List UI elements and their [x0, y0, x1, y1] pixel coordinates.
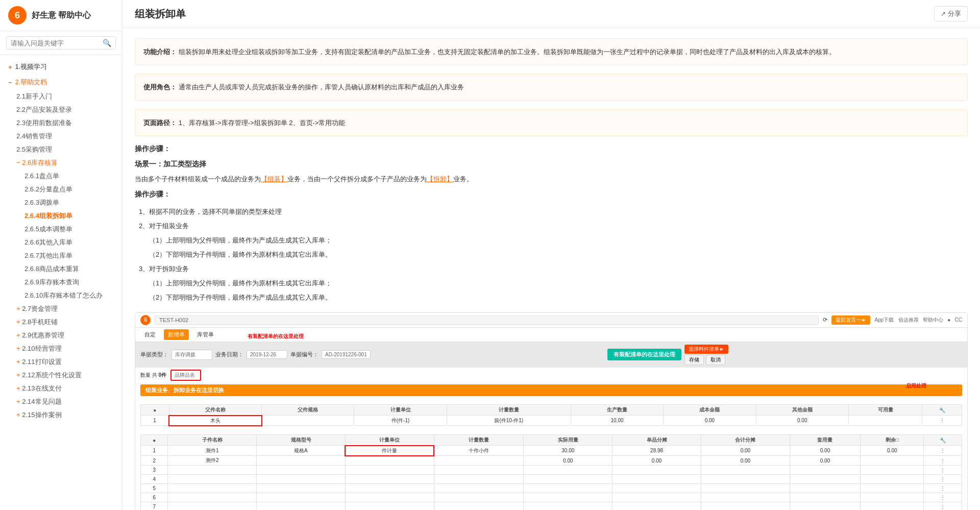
sidebar-item-2-6-5[interactable]: 2.6.5成本调整单	[0, 223, 122, 236]
sidebar-item-2-11[interactable]: + 2.11打印设置	[0, 355, 122, 369]
sidebar-item-2-5[interactable]: 2.5采购管理	[0, 143, 122, 156]
mock-lower-row-5: 5⋮	[141, 484, 962, 493]
mock-lth-2: 规格型号	[257, 434, 346, 446]
mock-lower-cell-1-set: 0.00	[790, 446, 860, 456]
step3-sub2: （2）下部明细为子件明细，最终作为产成品生成其它入库单。	[139, 291, 968, 304]
sidebar-item-2-3[interactable]: 2.3使用前数据准备	[0, 116, 122, 130]
sidebar-item-2-7[interactable]: + 2.7资金管理	[0, 302, 122, 315]
sidebar: 6 好生意 帮助中心 🔍 + 1.视频学习 − 2.帮助文档 2.1新手入门 2…	[0, 0, 122, 510]
mock-upper-cell-action[interactable]: ⋮	[922, 416, 962, 426]
mock-lth-3: 计量单位	[345, 434, 434, 446]
mock-save-btn[interactable]: 存储	[684, 355, 704, 365]
mock-lth-0: ●	[141, 434, 168, 446]
sidebar-item-2-6-7[interactable]: 2.6.7其他出库单	[0, 249, 122, 262]
mock-date-field[interactable]: 2019-12-26	[247, 350, 287, 359]
mock-refresh-icon: ⟳	[823, 317, 827, 323]
mock-home-btn[interactable]: 返回首页一►	[831, 315, 870, 325]
mock-upper-cell-spec	[262, 416, 354, 426]
role-box: 使用角色： 通常由生产人员或库管人员完成折装业务的操作，库管人员确认原材料的出库…	[135, 74, 968, 101]
sidebar-item-2-6-1[interactable]: 2.6.1盘点单	[0, 169, 122, 183]
ops-steps-title: 操作步骤：	[135, 190, 968, 199]
sidebar-item-2-6-2[interactable]: 2.6.2分量盘点单	[0, 183, 122, 196]
path-box: 页面路径： 1、库存核算->库存管理->组装拆卸单 2、首页->常用功能	[135, 109, 968, 136]
mock-logo-icon: 6	[140, 315, 151, 325]
mock-date-label: 业务日期：	[215, 351, 243, 358]
sidebar-item-2-6-3[interactable]: 2.6.3调拨单	[0, 196, 122, 209]
expand-icon-1: +	[8, 63, 12, 71]
sidebar-item-2-13[interactable]: + 2.13在线支付	[0, 382, 122, 395]
steps-list: 1、根据不同的业务，选择不同单据的类型来处理 2、对于组装业务 （1）上部明细为…	[135, 205, 968, 304]
mock-lth-5: 实际用量	[524, 434, 612, 446]
mock-lower-cell-1-actual: 30.00	[524, 446, 612, 456]
mock-orange-banner: 组装业务、拆卸业务在这里切换	[140, 384, 962, 396]
mock-lower-row-3: 3⋮	[141, 466, 962, 475]
mock-upper-table: ● 父件名称 父件规格 计量单位 计量数量 生产数量 成本金额 其他金额 可用量…	[140, 404, 962, 426]
mock-cancel-btn[interactable]: 取消	[706, 355, 725, 365]
mock-select-btn[interactable]: 选择料件清单►	[684, 345, 728, 354]
main-content: 组装拆卸单 ↗ 分享 功能介绍： 组装拆卸单用来处理企业组装或拆卸等加工业务，支…	[122, 0, 980, 510]
mock-lower-cell-1-qty: 十件小件	[434, 446, 524, 456]
intro-text: 组装拆卸单用来处理企业组装或拆卸等加工业务，支持有固定装配清单的产品加工业务，也…	[179, 48, 836, 56]
mock-type-field[interactable]: 库存调拨	[172, 350, 212, 360]
mock-lth-1: 子件名称	[168, 434, 257, 446]
scenario1-title: 场景一：加工类型选择	[135, 160, 968, 169]
mock-lth-7: 合计分摊	[701, 434, 790, 446]
sidebar-item-2-6-6[interactable]: 2.6.6其他入库单	[0, 236, 122, 249]
sidebar-item-2-12[interactable]: + 2.12系统个性化设置	[0, 369, 122, 382]
mock-th-6: 生产数量	[571, 404, 663, 416]
search-box[interactable]: 🔍	[6, 36, 116, 50]
mock-lower-row-2: 2 测件2 0.000.000.000.00⋮	[141, 456, 962, 466]
mock-qty-row: 数量 共 0件 品牌品名	[135, 368, 967, 383]
sidebar-item-2-8[interactable]: + 2.8手机旺铺	[0, 315, 122, 329]
path-label: 页面路径：	[143, 119, 177, 127]
sidebar-item-2-2[interactable]: 2.2产品安装及登录	[0, 103, 122, 116]
mock-number-field[interactable]: AD-20191226-001	[322, 350, 371, 359]
sidebar-item-2-9[interactable]: + 2.9优惠券管理	[0, 329, 122, 342]
mock-tab-custom[interactable]: 自定	[140, 329, 160, 340]
search-input[interactable]	[11, 39, 103, 47]
ops-title: 操作步骤：	[135, 144, 968, 154]
sidebar-item-2-15[interactable]: + 2.15操作案例	[0, 408, 122, 422]
sidebar-item-video[interactable]: + 1.视频学习	[0, 59, 122, 75]
mock-tab-kuguan[interactable]: 库管单	[193, 329, 218, 340]
sidebar-item-2-1[interactable]: 2.1新手入门	[0, 90, 122, 103]
mock-lth-8: 套用量	[790, 434, 860, 446]
mock-pinpai-field[interactable]: 品牌品名	[170, 370, 201, 381]
mock-upper-cell-qty: 袋(件10-件1)	[447, 416, 571, 426]
share-button[interactable]: ↗ 分享	[934, 6, 968, 21]
mock-lth-10: 🔧	[924, 434, 962, 446]
mock-lower-cell-2-name: 测件2	[168, 456, 257, 466]
mock-lower-table: ● 子件名称 规格型号 计量单位 计量数量 实际用量 单品分摊 合计分摊 套用量…	[140, 434, 962, 510]
role-text: 通常由生产人员或库管人员完成折装业务的操作，库管人员确认原材料的出库和产成品的入…	[179, 83, 464, 91]
mock-lower-cell-1-single: 28.98	[612, 446, 701, 456]
mock-upper-cell-produce: 10.00	[571, 416, 663, 426]
mock-banner-row: 组装业务、拆卸业务在这里切换 启用处理	[135, 383, 967, 400]
mock-lower-cell-1-remain: 0.00	[861, 446, 924, 456]
logo-icon: 6	[8, 6, 27, 25]
sidebar-item-2-6-9[interactable]: 2.6.9库存账本查询	[0, 276, 122, 289]
sidebar-item-docs[interactable]: − 2.帮助文档	[0, 75, 122, 90]
mock-tab-new[interactable]: 新增单	[164, 329, 189, 340]
mock-top-icons: App下载 佰达推荐 帮助中心 ● CC	[874, 317, 962, 324]
mock-number-label: 单据编号：	[290, 351, 318, 358]
mock-th-5: 计量数量	[447, 404, 571, 416]
path-text: 1、库存核算->库存管理->组装拆卸单 2、首页->常用功能	[179, 119, 346, 127]
sidebar-item-2-6-4[interactable]: 2.6.4组装拆卸单	[0, 209, 122, 223]
mock-upper-cell-name: 木头	[169, 416, 261, 426]
mock-th-3: 父件规格	[262, 404, 354, 416]
sidebar-item-2-6-10[interactable]: 2.6.10库存账本错了怎么办	[0, 289, 122, 302]
search-icon[interactable]: 🔍	[103, 39, 111, 47]
sidebar-item-2-6-8[interactable]: 2.6.8商品成本重算	[0, 262, 122, 276]
screenshot-container: 6 TEST-H002 ⟳ 返回首页一► App下载 佰达推荐 帮助中心 ● C…	[135, 312, 968, 510]
mock-lower-cell-1-total: 0.00	[701, 446, 790, 456]
mock-lth-6: 单品分摊	[612, 434, 701, 446]
sidebar-item-2-4[interactable]: 2.4销售管理	[0, 130, 122, 143]
mock-content-header: 单据类型： 库存调拨 业务日期： 2019-12-26 单据编号： AD-201…	[135, 342, 967, 368]
annotation-arrow-1: 有装配清单的在这里处理	[248, 333, 304, 340]
sidebar-item-2-14[interactable]: + 2.14常见问题	[0, 395, 122, 408]
search-area: 🔍	[0, 31, 122, 55]
sidebar-item-2-10[interactable]: + 2.10经营管理	[0, 342, 122, 355]
sidebar-item-2-6[interactable]: − 2.6库存核算	[0, 156, 122, 169]
mock-lower-cell-1-name: 测件1	[168, 446, 257, 456]
logo-text: 好生意 帮助中心	[32, 10, 91, 21]
